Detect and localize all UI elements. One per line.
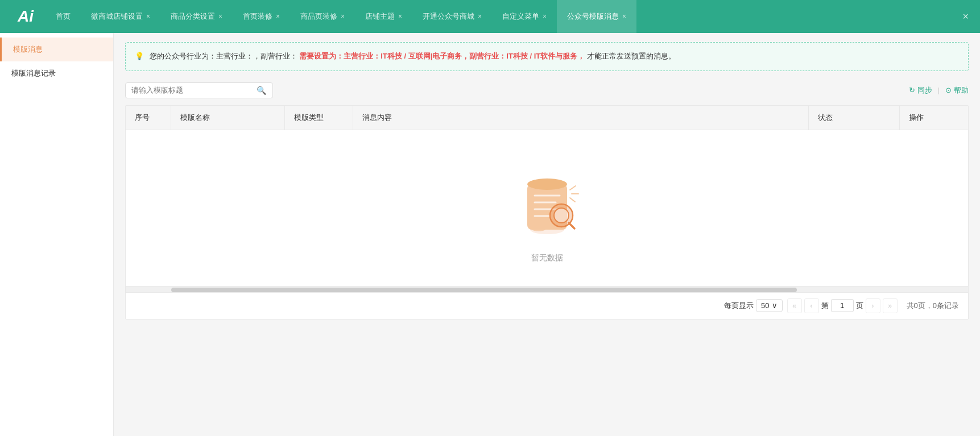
logo: Ai xyxy=(6,0,46,33)
close-tab-shop-theme[interactable]: × xyxy=(398,13,402,20)
content-area: 💡 您的公众号行业为：主营行业：，副营行业： 需要设置为：主营行业：IT科技 /… xyxy=(114,33,980,436)
notice-highlight: 需要设置为：主营行业：IT科技 / 互联网|电子商务，副营行业：IT科技 / I… xyxy=(299,52,585,60)
notice-suffix: 才能正常发送预置的消息。 xyxy=(587,52,676,60)
svg-line-10 xyxy=(569,223,574,229)
tab-product-decor[interactable]: 商品页装修 × xyxy=(290,0,355,33)
table-header: 序号 模版名称 模版类型 消息内容 状态 操作 xyxy=(126,106,968,130)
col-header-index: 序号 xyxy=(126,106,171,130)
empty-state: 暂无数据 xyxy=(126,130,968,286)
scrollbar-thumb[interactable] xyxy=(171,288,797,292)
tab-category-settings[interactable]: 商品分类设置 × xyxy=(160,0,233,33)
tab-home[interactable]: 首页 xyxy=(46,0,81,33)
close-tab-product-decor[interactable]: × xyxy=(341,13,345,20)
next-page-button[interactable]: › xyxy=(866,298,880,313)
sidebar: 模版消息 模版消息记录 xyxy=(0,33,114,436)
per-page-select[interactable]: 50 ∨ xyxy=(756,299,782,312)
last-page-button[interactable]: » xyxy=(883,298,898,313)
sync-icon: ↻ xyxy=(909,86,915,94)
toolbar-divider: | xyxy=(938,86,940,94)
close-tab-custom-menu[interactable]: × xyxy=(543,13,547,20)
prev-page-button[interactable]: ‹ xyxy=(804,298,819,313)
total-info: 共0页，0条记录 xyxy=(907,301,959,311)
toolbar-right: ↻ 同步 | ⊙ 帮助 xyxy=(909,85,969,95)
col-header-status: 状态 xyxy=(809,106,900,130)
notice-prefix: 您的公众号行业为：主营行业：，副营行业： xyxy=(150,52,297,60)
tab-bar: Ai 首页 微商城店铺设置 × 商品分类设置 × 首页装修 × 商品页装修 × … xyxy=(0,0,980,33)
close-tab-open-wechat-mall[interactable]: × xyxy=(478,13,482,20)
close-tab-shop-settings[interactable]: × xyxy=(146,13,150,20)
svg-line-11 xyxy=(570,186,576,190)
tab-homepage-decor[interactable]: 首页装修 × xyxy=(233,0,290,33)
svg-point-3 xyxy=(527,178,567,190)
search-icon[interactable]: 🔍 xyxy=(257,86,266,95)
col-header-type: 模版类型 xyxy=(285,106,353,130)
close-tab-category-settings[interactable]: × xyxy=(218,13,222,20)
page-size-selector: 每页显示 50 ∨ xyxy=(724,299,782,312)
tab-shop-theme[interactable]: 店铺主题 × xyxy=(355,0,412,33)
col-header-content: 消息内容 xyxy=(353,106,809,130)
first-page-button[interactable]: « xyxy=(787,298,802,313)
close-all-button[interactable]: × xyxy=(957,11,974,23)
page-suffix: 页 xyxy=(856,301,863,311)
svg-point-9 xyxy=(554,208,569,223)
search-row: 🔍 ↻ 同步 | ⊙ 帮助 xyxy=(125,82,969,98)
search-box[interactable]: 🔍 xyxy=(125,82,273,98)
page-input[interactable] xyxy=(831,299,854,312)
page-navigation: « ‹ 第 页 › » xyxy=(787,298,898,313)
search-input[interactable] xyxy=(131,86,257,94)
tab-custom-menu[interactable]: 自定义菜单 × xyxy=(492,0,557,33)
close-tab-homepage-decor[interactable]: × xyxy=(276,13,280,20)
sidebar-item-template-message-records[interactable]: 模版消息记录 xyxy=(0,61,113,85)
empty-illustration xyxy=(507,164,587,244)
col-header-action: 操作 xyxy=(900,106,968,130)
notice-banner: 💡 您的公众号行业为：主营行业：，副营行业： 需要设置为：主营行业：IT科技 /… xyxy=(125,42,969,71)
horizontal-scrollbar[interactable] xyxy=(126,286,968,293)
sync-button[interactable]: ↻ 同步 xyxy=(909,85,932,95)
tab-open-wechat-mall[interactable]: 开通公众号商城 × xyxy=(412,0,492,33)
main-layout: 模版消息 模版消息记录 💡 您的公众号行业为：主营行业：，副营行业： 需要设置为… xyxy=(0,33,980,436)
table-wrapper: 序号 模版名称 模版类型 消息内容 状态 操作 xyxy=(125,105,969,319)
col-header-name: 模版名称 xyxy=(171,106,285,130)
empty-text: 暂无数据 xyxy=(531,253,563,263)
help-button[interactable]: ⊙ 帮助 xyxy=(945,85,969,95)
per-page-label: 每页显示 xyxy=(724,301,754,311)
notice-icon: 💡 xyxy=(135,52,144,60)
page-prefix: 第 xyxy=(821,301,829,311)
close-tab-template-message[interactable]: × xyxy=(622,13,626,20)
tab-shop-settings[interactable]: 微商城店铺设置 × xyxy=(81,0,160,33)
tab-template-message[interactable]: 公众号模版消息 × xyxy=(557,0,636,33)
pagination: 每页显示 50 ∨ « ‹ 第 页 › » 共0页，0条记录 xyxy=(126,293,968,319)
chevron-down-icon: ∨ xyxy=(772,301,778,310)
help-icon: ⊙ xyxy=(945,86,952,94)
sidebar-item-template-message[interactable]: 模版消息 xyxy=(0,38,113,61)
svg-line-13 xyxy=(570,198,575,202)
